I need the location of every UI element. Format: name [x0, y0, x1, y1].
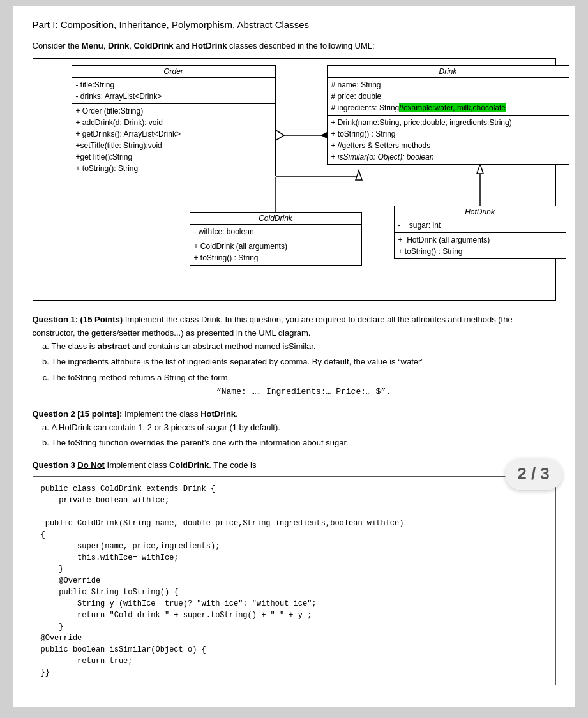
- q3-text: Implement class ColdDrink. The code is: [107, 460, 257, 470]
- q1-item-c: The toString method returns a String of …: [52, 371, 556, 399]
- abstract-keyword: abstract: [98, 341, 130, 351]
- q2-label: Question 2 [15 points]:: [33, 409, 123, 419]
- drink-uml-box: Drink # name: String # price: double # i…: [327, 65, 569, 165]
- q2-item-a: A HotDrink can contain 1, 2 or 3 pieces …: [52, 421, 556, 435]
- drink-attributes: # name: String # price: double # ingredi…: [328, 78, 569, 116]
- hot-drink-uml-box: HotDrink - sugar: int + HotDrink (all ar…: [394, 206, 566, 259]
- hot-drink-title: HotDrink: [395, 206, 566, 218]
- order-title: Order: [72, 66, 275, 78]
- drink-title: Drink: [328, 66, 569, 78]
- class-hot-drink: HotDrink: [192, 41, 227, 50]
- consider-text: Consider the Menu, Drink, ColdDrink and …: [33, 41, 556, 50]
- q1-item-b: The ingredients attribute is the list of…: [52, 355, 556, 369]
- question-1: Question 1: (15 Points) Implement the cl…: [33, 313, 556, 399]
- order-attributes: - title:String - drinks: ArrayList<Drink…: [72, 78, 275, 104]
- question-3: Question 3 Do Not Implement class ColdDr…: [33, 459, 556, 685]
- cold-drink-title: ColdDrink: [190, 213, 361, 225]
- order-uml-box: Order - title:String - drinks: ArrayList…: [72, 65, 276, 176]
- q2-item-b: The toString function overrides the pare…: [52, 437, 556, 450]
- hot-drink-methods: + HotDrink (all arguments) + toString() …: [395, 233, 566, 258]
- code-block: public class ColdDrink extends Drink { p…: [33, 476, 556, 685]
- q2-text: Implement the class HotDrink.: [124, 409, 238, 419]
- cold-drink-attributes: - withIce: boolean: [190, 225, 361, 239]
- q2-list: A HotDrink can contain 1, 2 or 3 pieces …: [52, 421, 556, 451]
- hot-drink-attributes: - sugar: int: [395, 218, 566, 233]
- q1-item-a: The class is abstract and contains an ab…: [52, 340, 556, 354]
- page: Part I: Composition, Inheritance, Polymo…: [13, 6, 575, 707]
- q1-list: The class is abstract and contains an ab…: [52, 340, 556, 399]
- ingredients-highlight: //example:water, milk,chocolate: [399, 103, 506, 112]
- cold-drink-methods: + ColdDrink (all arguments) + toString()…: [190, 239, 361, 265]
- question-2: Question 2 [15 points]: Implement the cl…: [33, 408, 556, 450]
- svg-marker-2: [320, 132, 327, 138]
- part-title: Part I: Composition, Inheritance, Polymo…: [33, 19, 556, 34]
- class-menu: Menu: [82, 41, 103, 50]
- tostring-format: “Name: …. Ingredients:… Price:… $”.: [52, 385, 556, 399]
- svg-marker-8: [477, 164, 483, 174]
- class-drink: Drink: [108, 41, 129, 50]
- order-methods: + Order (title:String) + addDrink(d: Dri…: [72, 104, 275, 176]
- q1-label: Question 1: (15 Points): [33, 315, 123, 324]
- uml-diagram: Order - title:String - drinks: ArrayList…: [33, 58, 556, 301]
- part-label: Part I:: [33, 19, 58, 30]
- svg-marker-6: [356, 170, 362, 180]
- cold-drink-uml-box: ColdDrink - withIce: boolean + ColdDrink…: [190, 212, 362, 266]
- drink-methods: + Drink(name:String, price:double, ingre…: [328, 116, 569, 164]
- q3-label: Question 3 Do Not: [33, 460, 105, 470]
- page-badge: 2 / 3: [505, 458, 562, 490]
- class-cold-drink: ColdDrink: [133, 41, 173, 50]
- part-subtitle: Composition, Inheritance, Polymorphism, …: [61, 19, 309, 30]
